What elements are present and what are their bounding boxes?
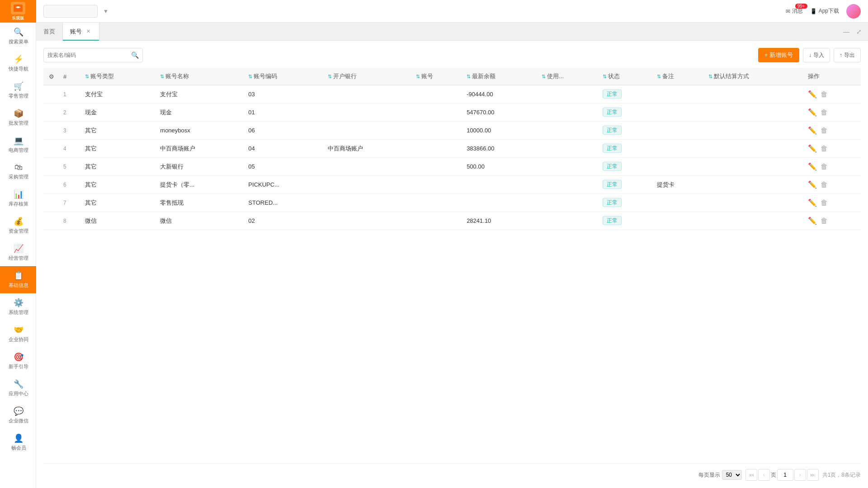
sidebar-item-operation[interactable]: 📈 经营管理 [0, 239, 36, 266]
message-badge: 99+ [795, 4, 807, 9]
th-settlement[interactable]: 默认结算方式 [705, 68, 804, 85]
td-use-5 [538, 176, 599, 194]
td-account-2 [412, 122, 463, 140]
sidebar-item-ecommerce[interactable]: 💻 电商管理 [0, 131, 36, 158]
edit-btn-6[interactable]: ✏️ [808, 198, 817, 207]
th-status[interactable]: 状态 [599, 68, 653, 85]
search-icon[interactable]: 🔍 [131, 52, 139, 59]
inventory-icon: 📊 [14, 189, 24, 199]
edit-btn-4[interactable]: ✏️ [808, 162, 817, 171]
th-settings[interactable]: ⚙ [43, 68, 60, 85]
page-size-select[interactable]: 50 [722, 470, 742, 480]
edit-btn-0[interactable]: ✏️ [808, 90, 817, 99]
sidebar-item-purchase[interactable]: 🛍 采购管理 [0, 158, 36, 185]
export-button[interactable]: ↑ 导出 [834, 48, 861, 62]
th-type[interactable]: 账号类型 [81, 68, 156, 85]
td-action-0: ✏️ 🗑 [804, 85, 861, 103]
td-code-3: 04 [245, 140, 324, 158]
td-account-3 [412, 140, 463, 158]
tab-home[interactable]: 首页 [36, 23, 63, 41]
td-code-7: 02 [245, 212, 324, 230]
edit-btn-5[interactable]: ✏️ [808, 180, 817, 189]
td-action-1: ✏️ 🗑 [804, 103, 861, 122]
td-remark-0 [653, 85, 705, 103]
tab-minimize-button[interactable]: — [841, 26, 852, 37]
sidebar-item-retail[interactable]: 🛒 零售管理 [0, 77, 36, 104]
sidebar-item-wxwork[interactable]: 💬 企业微信 [0, 402, 36, 429]
td-remark-7 [653, 212, 705, 230]
main-area: ▼ ✉ 消息 99+ 📱 App下载 首页 账号 ✕ — [36, 0, 868, 488]
delete-btn-6[interactable]: 🗑 [821, 199, 828, 207]
th-balance[interactable]: 最新余额 [463, 68, 538, 85]
delete-btn-1[interactable]: 🗑 [821, 108, 828, 117]
top-search-input[interactable] [43, 5, 98, 18]
table-row: 5 其它 大新银行 05 500.00 正常 ✏️ 🗑 [43, 158, 861, 176]
sidebar-item-system[interactable]: ⚙️ 系统管理 [0, 293, 36, 320]
avatar[interactable] [846, 4, 861, 19]
collab-icon: 🤝 [14, 325, 24, 335]
td-name-4: 大新银行 [156, 158, 245, 176]
messages-button[interactable]: ✉ 消息 99+ [786, 7, 803, 15]
td-settlement-6 [705, 194, 804, 212]
wholesale-icon: 📦 [14, 108, 24, 118]
topbar-left: ▼ [43, 5, 108, 18]
delete-btn-2[interactable]: 🗑 [821, 127, 828, 135]
sidebar-item-collab[interactable]: 🤝 企业协同 [0, 320, 36, 347]
sidebar-item-wholesale[interactable]: 📦 批发管理 [0, 104, 36, 131]
delete-btn-4[interactable]: 🗑 [821, 163, 828, 171]
edit-btn-2[interactable]: ✏️ [808, 126, 817, 135]
th-use[interactable]: 使用... [538, 68, 599, 85]
export-icon: ↑ [840, 52, 842, 58]
th-bank[interactable]: 开户银行 [324, 68, 412, 85]
top-dropdown-arrow[interactable]: ▼ [103, 8, 108, 14]
edit-btn-3[interactable]: ✏️ [808, 144, 817, 153]
system-icon: ⚙️ [14, 298, 24, 308]
operation-icon: 📈 [14, 244, 24, 253]
sidebar-item-basic[interactable]: 📋 基础信息 [0, 266, 36, 293]
td-type-3: 其它 [81, 140, 156, 158]
ecommerce-icon: 💻 [14, 136, 24, 145]
th-remark[interactable]: 备注 [653, 68, 705, 85]
add-account-button[interactable]: + 新增账号 [758, 48, 799, 62]
sidebar-item-finance[interactable]: 💰 资金管理 [0, 212, 36, 239]
sidebar-item-guide[interactable]: 🎯 新手引导 [0, 347, 36, 375]
sidebar-item-search[interactable]: 🔍 搜索菜单 [0, 23, 36, 50]
td-bank-6 [324, 194, 412, 212]
sidebar-item-appcenter[interactable]: 🔧 应用中心 [0, 375, 36, 402]
sidebar-item-member[interactable]: 👤 畅会员 [0, 429, 36, 456]
app-logo: 乐观版 [0, 0, 36, 23]
td-gear-7 [43, 212, 60, 230]
table-row: 8 微信 微信 02 28241.10 正常 ✏️ 🗑 [43, 212, 861, 230]
delete-btn-0[interactable]: 🗑 [821, 90, 828, 99]
page-prev-button[interactable]: ‹ [758, 469, 770, 481]
td-use-7 [538, 212, 599, 230]
page-input[interactable] [777, 469, 793, 481]
page-last-button[interactable]: ⏭ [807, 469, 819, 481]
app-icon: 📱 [810, 8, 817, 14]
edit-btn-7[interactable]: ✏️ [808, 216, 817, 225]
delete-btn-3[interactable]: 🗑 [821, 145, 828, 153]
sidebar-item-quicknav[interactable]: ⚡ 快捷导航 [0, 50, 36, 77]
td-name-3: 中百商场账户 [156, 140, 245, 158]
delete-btn-7[interactable]: 🗑 [821, 217, 828, 225]
sidebar-item-inventory[interactable]: 📊 库存核算 [0, 185, 36, 212]
message-icon: ✉ [786, 8, 790, 14]
tab-accounts-close[interactable]: ✕ [85, 28, 92, 35]
delete-btn-5[interactable]: 🗑 [821, 181, 828, 189]
tab-accounts[interactable]: 账号 ✕ [63, 23, 99, 41]
edit-btn-1[interactable]: ✏️ [808, 108, 817, 117]
td-status-1: 正常 [599, 103, 653, 122]
td-bank-3: 中百商场账户 [324, 140, 412, 158]
td-type-1: 现金 [81, 103, 156, 122]
page-next-button[interactable]: › [794, 469, 806, 481]
tab-maximize-button[interactable]: ⤢ [854, 26, 864, 37]
th-account[interactable]: 账号 [412, 68, 463, 85]
th-code[interactable]: 账号编码 [245, 68, 324, 85]
search-input[interactable] [47, 52, 131, 58]
import-button[interactable]: ↓ 导入 [803, 48, 830, 62]
page-first-button[interactable]: ⏮ [745, 469, 757, 481]
td-status-6: 正常 [599, 194, 653, 212]
td-settlement-7 [705, 212, 804, 230]
th-name[interactable]: 账号名称 [156, 68, 245, 85]
app-download-button[interactable]: 📱 App下载 [810, 7, 839, 15]
